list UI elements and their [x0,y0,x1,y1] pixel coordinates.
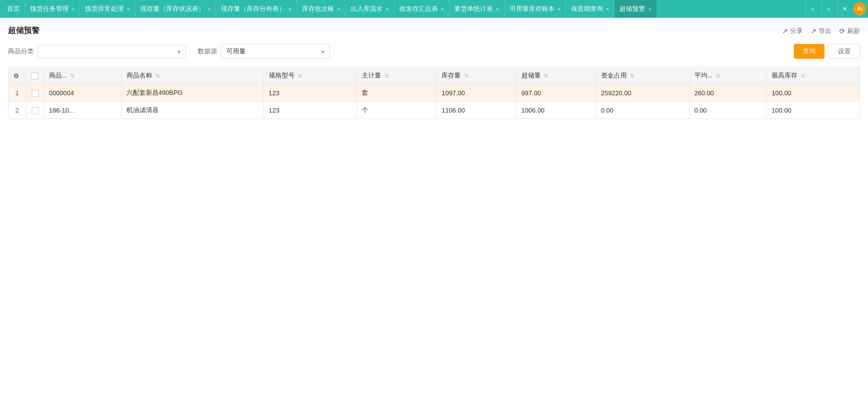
header-actions: ↗ 分享 ↗ 导出 ⟳ 刷新 [782,27,860,36]
row-num-0: 1 [8,84,26,102]
product-name-0: 六配套新昌490BPG [121,84,263,102]
nav-item-1[interactable]: 拣货任务管理× [25,0,80,18]
nav-item-4[interactable]: 现存量（库存分布表）× [216,0,297,18]
nav-item-5[interactable]: 库存批次账× [297,0,346,18]
capital-0: 259220.00 [596,84,689,102]
nav-item-close-3[interactable]: × [208,6,211,12]
sort-product-code-icon [69,72,75,79]
nav-item-close-5[interactable]: × [337,6,340,12]
nav-item-close-8[interactable]: × [496,6,499,12]
nav-item-2[interactable]: 拣货异常处理× [80,0,135,18]
datasource-label: 数据源 [198,47,217,56]
table-row: 10000004六配套新昌490BPG123套1097.00997.002592… [8,84,860,102]
nav-item-close-11[interactable]: × [648,6,651,12]
sort-overstock-icon [542,72,548,79]
th-product-name-label: 商品名称 [127,72,152,79]
category-filter: 商品分类 [8,45,186,58]
query-button[interactable]: 查询 [794,44,825,59]
share-icon: ↗ [782,27,788,35]
nav-item-label-10: 保质期查询 [571,4,603,13]
nav-next-arrow[interactable]: › [822,0,835,18]
filter-bar: 商品分类 数据源 可用量 查询 设置 [8,44,860,59]
nav-item-close-10[interactable]: × [606,6,609,12]
row-checkbox-cell-0 [26,84,44,102]
nav-item-close-1[interactable]: × [72,6,75,12]
nav-item-9[interactable]: 可用量库存账本× [505,0,566,18]
nav-item-6[interactable]: 出入库流水× [346,0,394,18]
sort-max-stock-icon [799,72,805,79]
nav-item-label-7: 收发存汇总表 [399,4,438,13]
nav-item-label-11: 超储预警 [619,4,645,13]
export-icon: ↗ [811,27,817,35]
unit-1: 个 [357,102,436,119]
th-avg-label: 平均... [694,72,713,79]
page-title: 超储预警 [8,26,40,36]
row-checkbox-cell-1 [26,102,44,119]
spec-1: 123 [263,102,357,119]
nav-item-3[interactable]: 现存量（库存状况表）× [135,0,216,18]
max-stock-1: 100.00 [767,102,860,119]
header-checkbox[interactable] [31,73,38,79]
category-chevron-icon [177,48,180,55]
th-spec[interactable]: 规格型号 [263,67,357,84]
data-table: ⚙ 商品... 商品名称 规格型号 主计量 [8,67,860,119]
export-label: 导出 [819,27,831,36]
row-checkbox-0[interactable] [32,90,39,97]
nav-item-close-7[interactable]: × [441,6,444,12]
nav-item-label-9: 可用量库存账本 [510,4,555,13]
product-code-0: 0000004 [44,84,122,102]
th-spec-label: 规格型号 [269,72,295,79]
nav-item-label-8: 要货单统计表 [454,4,493,13]
category-label: 商品分类 [8,47,34,56]
overstock-0: 997.00 [516,84,596,102]
nav-item-label-0: 首页 [7,4,20,13]
export-button[interactable]: ↗ 导出 [811,27,831,36]
nav-item-close-9[interactable]: × [558,6,561,12]
datasource-filter: 数据源 可用量 [198,44,330,59]
settings-button[interactable]: 设置 [828,44,860,59]
th-product-name[interactable]: 商品名称 [121,67,263,84]
sort-capital-icon [628,72,634,79]
nav-item-close-4[interactable]: × [288,6,291,12]
th-stock[interactable]: 库存量 [436,67,516,84]
sort-product-name-icon [154,72,160,79]
capital-1: 0.00 [596,102,689,119]
nav-item-label-6: 出入库流水 [350,4,383,13]
th-overstock[interactable]: 超储量 [516,67,596,84]
share-button[interactable]: ↗ 分享 [782,27,803,36]
nav-item-11[interactable]: 超储预警× [614,0,656,18]
th-capital[interactable]: 资金占用 [596,67,689,84]
sort-unit-icon [383,72,389,79]
nav-close-all-arrow[interactable]: ✕ [837,0,851,18]
nav-item-0[interactable]: 首页 [2,0,25,18]
unit-0: 套 [357,84,436,102]
product-name-1: 机油滤清器 [121,102,263,119]
th-avg[interactable]: 平均... [689,67,767,84]
nav-item-close-2[interactable]: × [127,6,130,12]
nav-item-7[interactable]: 收发存汇总表× [394,0,449,18]
row-num-1: 2 [8,102,26,119]
nav-item-10[interactable]: 保质期查询× [566,0,614,18]
settings-icon: ⚙ [13,72,19,79]
th-checkbox[interactable] [26,67,44,84]
th-unit[interactable]: 主计量 [357,67,436,84]
nav-item-label-2: 拣货异常处理 [85,4,124,13]
refresh-button[interactable]: ⟳ 刷新 [839,27,860,36]
top-navigation: 首页拣货任务管理×拣货异常处理×现存量（库存状况表）×现存量（库存分布表）×库存… [0,0,868,18]
nav-item-label-5: 库存批次账 [302,4,334,13]
th-product-code-label: 商品... [49,72,67,79]
nav-item-label-1: 拣货任务管理 [30,4,69,13]
th-product-code[interactable]: 商品... [44,67,122,84]
th-settings[interactable]: ⚙ [8,67,26,84]
nav-prev-arrow[interactable]: ‹ [806,0,820,18]
share-label: 分享 [790,27,803,36]
row-checkbox-1[interactable] [32,107,39,114]
nav-item-8[interactable]: 要货单统计表× [449,0,504,18]
th-max-stock[interactable]: 最高库存 [767,67,860,84]
datasource-select[interactable]: 可用量 [221,44,330,59]
nav-item-close-6[interactable]: × [386,6,389,12]
th-stock-label: 库存量 [441,72,461,79]
nav-item-label-4: 现存量（库存分布表） [221,4,285,13]
refresh-label: 刷新 [847,27,860,36]
category-select[interactable] [38,45,186,58]
